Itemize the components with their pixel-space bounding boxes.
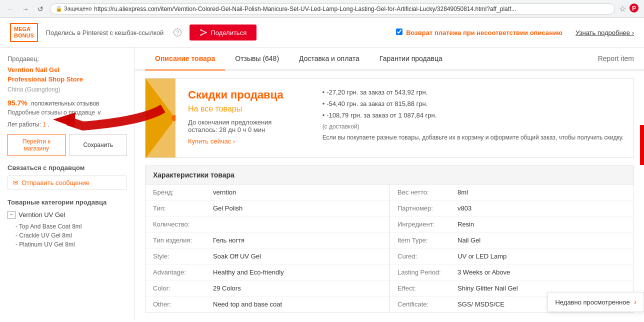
send-message-link[interactable]: ✉ Отправить сообщение — [8, 176, 127, 190]
char-val: Shiny Glitter Nail Gel — [458, 284, 518, 292]
arrow-triangle — [146, 78, 176, 158]
rating-percent: 95.7% — [8, 99, 28, 107]
char-key: Style: — [153, 252, 213, 260]
seller-name: Verntion Nail Gel Professional Shop Stor… — [8, 66, 127, 84]
buy-now-link[interactable]: Купить сейчас › — [188, 138, 235, 145]
char-row: Color: 29 Colors — [146, 280, 390, 296]
char-key: Lasting Period: — [398, 268, 458, 276]
years-link[interactable]: 1 — [42, 121, 46, 128]
char-val: 8ml — [458, 188, 468, 196]
char-key: Бренд: — [153, 188, 213, 196]
pinterest-icon[interactable]: P — [629, 3, 639, 15]
tab-description[interactable]: Описание товара — [145, 48, 225, 70]
char-key: Количество: — [153, 220, 213, 228]
forward-button[interactable]: → — [20, 4, 31, 14]
char-row: Вес нетто: 8ml — [390, 184, 634, 200]
recently-viewed-label: Недавно просмотренное — [555, 298, 630, 306]
report-item-link[interactable]: Report item — [598, 48, 634, 70]
discount-item-3: -108,79 грн. за заказ от 1 087,84 грн. — [322, 112, 624, 119]
message-icon: ✉ — [13, 179, 18, 186]
return-checkbox[interactable] — [396, 28, 402, 35]
url-text: https://ru.aliexpress.com/item/Verntion-… — [94, 6, 610, 12]
promo-countdown: До окончания предложения осталось: 28 дн… — [188, 118, 300, 134]
promo-title: Скидки продавца — [188, 88, 300, 102]
lock-icon: 🔒 Защищено — [56, 6, 92, 12]
category-name: Verntion UV Gel — [18, 211, 65, 218]
contact-seller-section: Связаться с продавцом ✉ Отправить сообще… — [8, 164, 127, 190]
char-val: Healthy and Eco-friendly — [213, 268, 284, 276]
categories-label: Товарные категории продавца — [8, 198, 127, 207]
characteristics-header: Характеристики товара — [145, 166, 634, 184]
share-question-icon[interactable]: ? — [174, 28, 182, 36]
char-val: UV or LED Lamp — [458, 252, 506, 260]
promo-content: Скидки продавца На все товары До окончан… — [176, 78, 312, 158]
learn-more-link[interactable]: Узнать подробнее › — [576, 29, 634, 36]
svg-line-6 — [201, 32, 206, 35]
seller-location: China (Guangdong) — [8, 86, 127, 93]
char-row: Cured: UV or LED Lamp — [390, 248, 634, 264]
char-key: Ингредиент: — [398, 220, 458, 228]
char-key: Other: — [153, 300, 213, 308]
return-info: Возврат платежа при несоответствии описа… — [396, 28, 562, 36]
go-to-store-button[interactable]: Перейти к магазину — [8, 134, 66, 156]
years-label: Лет работы: 1 . — [8, 121, 127, 128]
tab-delivery[interactable]: Доставка и оплата — [289, 48, 370, 70]
back-button[interactable]: ← — [5, 4, 16, 14]
rating-label: положительных отзывов — [31, 100, 99, 107]
save-button[interactable]: Сохранить — [70, 134, 128, 156]
seller-rating: 95.7% положительных отзывов — [8, 99, 127, 107]
bookmark-icon[interactable]: ☆ — [619, 4, 626, 14]
recently-viewed-widget[interactable]: Недавно просмотренное › — [548, 292, 644, 312]
return-label: Возврат платежа при несоответствии описа… — [396, 29, 562, 36]
category-items: - Top And Base Coat 8ml - Crackle UV Gel… — [8, 222, 127, 249]
promo-subtitle: На все товары — [188, 104, 300, 114]
char-val: 3 Weeks or Above — [458, 268, 510, 276]
reviews-link[interactable]: Подробные отзывы о продавце ∨ — [8, 109, 127, 116]
char-val: Need top and base coat — [213, 300, 282, 308]
list-item[interactable]: - Top And Base Coat 8ml — [16, 222, 127, 231]
refresh-button[interactable]: ↺ — [35, 4, 46, 14]
char-val highlight: Гель ногтя — [213, 236, 244, 244]
page-header: MEGA BONUS Поделись в Pinterest с кешбэк… — [0, 18, 644, 48]
toggle-button[interactable]: − — [8, 211, 16, 219]
category-toggle: − Verntion UV Gel — [8, 211, 127, 219]
char-key: Вес нетто: — [398, 188, 458, 196]
red-sidebar-bar — [640, 125, 644, 165]
char-row: Ингредиент: Resin — [390, 216, 634, 232]
seller-label: Продавец: — [8, 55, 127, 62]
char-val: Soak Off UV Gel — [213, 252, 261, 260]
tabs-bar: Описание товара Отзывы (648) Доставка и … — [135, 48, 644, 70]
svg-line-5 — [201, 30, 206, 32]
char-key: Cured: — [398, 252, 458, 260]
list-item[interactable]: - Crackle UV Gel 8ml — [16, 231, 127, 240]
delivery-note: (с доставкой) — [322, 123, 624, 130]
mega-bonus-badge: MEGA BONUS — [10, 23, 38, 42]
char-key: Advantage: — [153, 268, 213, 276]
char-val: v803 — [458, 204, 472, 212]
tab-guarantees[interactable]: Гарантии продавца — [370, 48, 452, 70]
discount-item-1: -27,20 грн. за заказ от 543,92 грн. — [322, 88, 624, 96]
char-val: verntion — [213, 188, 236, 196]
browser-chrome: ← → ↺ 🔒 Защищено https://ru.aliexpress.c… — [0, 0, 644, 18]
char-val highlight: Nail Gel — [458, 236, 480, 244]
content-area: Описание товара Отзывы (648) Доставка и … — [135, 48, 644, 320]
char-row: Бренд: verntion — [146, 184, 390, 200]
char-row: Партномер: v803 — [390, 200, 634, 216]
delivery-info: Если вы покупаете разные товары, добавьт… — [322, 133, 624, 142]
char-row: Тип: Gel Polish — [146, 200, 390, 216]
message-link-text: Отправить сообщение — [22, 179, 90, 186]
promo-banner: Скидки продавца На все товары До окончан… — [145, 78, 634, 158]
sidebar: Продавец: Verntion Nail Gel Professional… — [0, 48, 135, 320]
char-row: Количество: — [146, 216, 390, 232]
tab-reviews[interactable]: Отзывы (648) — [225, 48, 289, 70]
char-key: Партномер: — [398, 204, 458, 212]
recently-viewed-arrow-icon: › — [634, 298, 636, 306]
list-item[interactable]: - Platinum UV Gel 8ml — [16, 240, 127, 249]
categories-section: Товарные категории продавца − Verntion U… — [8, 198, 127, 249]
char-key: Item Type: — [398, 236, 458, 244]
char-key: Color: — [153, 284, 213, 292]
share-button[interactable]: Поделиться — [190, 24, 256, 40]
arrow-circle — [172, 115, 176, 121]
url-bar[interactable]: 🔒 Защищено https://ru.aliexpress.com/ite… — [50, 4, 615, 14]
share-btn-label: Поделиться — [210, 29, 246, 36]
